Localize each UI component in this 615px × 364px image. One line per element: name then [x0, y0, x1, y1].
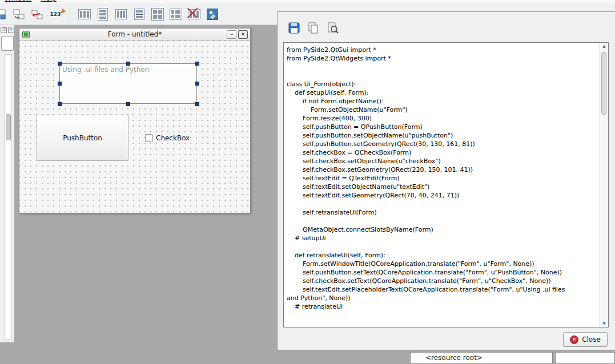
edit-buddies-button[interactable]	[30, 7, 45, 22]
layout-splitter-vertical-icon	[134, 9, 144, 20]
scroll-down-icon[interactable]: ▼	[600, 321, 608, 326]
layout-grid-icon	[151, 8, 164, 21]
selection-handle-se[interactable]	[195, 102, 199, 106]
selection-handle-e[interactable]	[195, 82, 199, 86]
pushbutton-widget[interactable]: PushButton	[37, 115, 128, 161]
selection-handle-ne[interactable]	[195, 62, 199, 66]
qt-designer-window: Window Help	[0, 0, 615, 364]
selection-handle-nw[interactable]	[58, 62, 62, 66]
textedit-widget[interactable]: Using .ui files and Python	[59, 63, 197, 104]
widget-box-dock: ❐ ✕	[0, 25, 14, 342]
pushbutton-label: PushButton	[63, 134, 102, 142]
save-icon	[288, 22, 300, 34]
resource-file-panel	[555, 352, 615, 364]
layout-horizontally-button[interactable]	[77, 7, 92, 22]
minimize-icon: –	[230, 32, 233, 37]
checkbox-indicator[interactable]	[145, 134, 153, 142]
menu-help[interactable]: Help	[41, 0, 56, 2]
close-circle-icon: ✕	[570, 335, 578, 344]
widget-box-scrollbar[interactable]	[5, 54, 12, 339]
preview-icon	[327, 22, 339, 34]
layout-form-icon	[170, 9, 182, 20]
layout-vertical-splitter-button[interactable]	[132, 7, 147, 22]
form-editor-window: Form - untitled* – ✕ Using .ui files and…	[19, 28, 251, 213]
selection-handle-w[interactable]	[58, 82, 62, 86]
dock-close-icon: ✕	[10, 27, 13, 32]
layout-grid-button[interactable]	[150, 7, 165, 22]
edit-tab-order-icon: 123	[50, 11, 61, 17]
checkbox-widget[interactable]: CheckBox	[145, 126, 203, 149]
selection-handle-sw[interactable]	[58, 102, 62, 106]
menu-window[interactable]: Window	[5, 0, 31, 2]
resource-root-item[interactable]: <resource root>	[425, 354, 483, 362]
close-button[interactable]: ✕ Close	[563, 332, 608, 347]
generated-python-code: from PySide2.QtGui import * from PySide2…	[284, 43, 600, 327]
form-window-title: Form - untitled*	[19, 30, 250, 38]
form-canvas[interactable]: Using .ui files and Python PushButton Ch…	[19, 41, 250, 213]
form-minimize-button[interactable]: –	[227, 30, 236, 39]
toolbar-separator	[70, 8, 70, 21]
form-close-button[interactable]: ✕	[238, 30, 248, 39]
code-view[interactable]: from PySide2.QtGui import * from PySide2…	[283, 42, 609, 327]
checkbox-label: CheckBox	[156, 134, 190, 142]
scroll-up-icon[interactable]: ▲	[600, 44, 608, 48]
copy-icon	[307, 22, 320, 34]
widget-filter-input[interactable]	[1, 36, 14, 51]
edit-signals-slots-button[interactable]	[11, 7, 26, 22]
widget-box-scroll-thumb[interactable]	[6, 114, 11, 140]
preview-code-button[interactable]	[325, 20, 340, 35]
close-button-label: Close	[582, 335, 601, 343]
form-titlebar[interactable]: Form - untitled* – ✕	[19, 29, 250, 41]
selection-handle-s[interactable]	[126, 102, 130, 106]
break-layout-button[interactable]	[187, 7, 202, 22]
dock-float-icon: ❐	[2, 27, 5, 32]
adjust-size-icon	[207, 9, 218, 20]
layout-splitter-horizontal-icon	[115, 9, 127, 19]
break-layout-icon	[188, 9, 200, 19]
layout-horizontal-icon	[78, 9, 91, 19]
save-code-button[interactable]	[286, 20, 302, 35]
selection-handle-n[interactable]	[126, 62, 130, 66]
dock-close-button[interactable]: ✕	[8, 27, 14, 33]
edit-tab-order-button[interactable]: 123	[48, 7, 63, 22]
edit-widgets-icon	[0, 8, 7, 21]
textedit-placeholder: Using .ui files and Python	[62, 66, 196, 74]
copy-code-button[interactable]	[306, 20, 321, 35]
layout-vertically-button[interactable]	[95, 7, 110, 22]
close-icon: ✕	[241, 32, 246, 37]
code-scroll-thumb[interactable]	[601, 52, 606, 115]
code-vertical-scrollbar[interactable]: ▲ ▼	[600, 43, 608, 327]
edit-buddies-icon	[31, 8, 43, 21]
adjust-size-button[interactable]	[205, 7, 220, 22]
layout-vertical-icon	[98, 8, 108, 21]
edit-signals-slots-icon	[13, 8, 25, 21]
layout-horizontal-splitter-button[interactable]	[114, 7, 128, 22]
view-code-dialog: from PySide2.QtGui import * from PySide2…	[277, 11, 615, 351]
layout-form-button[interactable]	[168, 7, 183, 22]
resource-browser: <resource root>	[410, 352, 553, 364]
edit-widgets-button[interactable]	[0, 7, 8, 22]
dock-float-button[interactable]: ❐	[1, 27, 7, 33]
